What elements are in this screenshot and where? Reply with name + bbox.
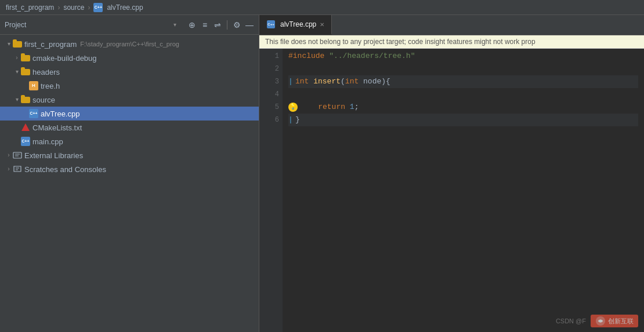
toolbar-separator bbox=[227, 20, 227, 30]
code-fn-insert: insert bbox=[313, 75, 341, 88]
warning-banner: This file does not belong to any project… bbox=[259, 35, 644, 49]
folder-icon-source bbox=[21, 95, 30, 104]
svg-rect-1 bbox=[13, 152, 21, 158]
tree-item-source[interactable]: ▾ source bbox=[0, 93, 259, 107]
tree-label-source: source bbox=[32, 96, 55, 104]
tree-label-root: first_c_program bbox=[24, 40, 77, 49]
tree-item-external-libs[interactable]: › External Libraries bbox=[0, 148, 259, 162]
code-brace-open: { bbox=[386, 75, 390, 88]
tree-label-alvtree-cpp: alvTree.cpp bbox=[41, 110, 79, 118]
file-tree: ▾ first_c_program F:\stady_program\C++\f… bbox=[0, 35, 259, 332]
scratches-icon bbox=[13, 165, 22, 174]
code-int-kw: int bbox=[295, 75, 313, 88]
split-icon[interactable]: ⇌ bbox=[213, 20, 222, 30]
sidebar: Project ▾ ⊕ ≡ ⇌ ⚙ — ▾ first_c_pr bbox=[0, 15, 259, 332]
folder-icon-cmake-build bbox=[21, 53, 30, 63]
line-num-5: 5 bbox=[263, 101, 279, 114]
tree-arrow-root: ▾ bbox=[5, 40, 13, 48]
cmake-file-icon bbox=[21, 123, 30, 132]
code-line-4 bbox=[288, 88, 638, 101]
watermark-logo: 创新互联 bbox=[591, 315, 638, 327]
code-line-5: 💡 return 1; bbox=[288, 101, 638, 114]
breadcrumb-source[interactable]: source bbox=[63, 3, 84, 12]
cpp-file-icon-alvtree: C++ bbox=[29, 109, 38, 118]
tree-item-headers[interactable]: ▾ headers bbox=[0, 65, 259, 79]
tree-arrow-headers: ▾ bbox=[13, 68, 21, 76]
cpp-file-icon-main: C++ bbox=[21, 137, 30, 146]
folder-icon-root bbox=[13, 39, 22, 49]
tab-close-button[interactable]: ✕ bbox=[320, 21, 324, 28]
code-paren-open: ( bbox=[341, 75, 345, 88]
tree-label-main-cpp: main.cpp bbox=[32, 137, 63, 146]
gutter-mark-6: | bbox=[288, 114, 293, 126]
editor-area: C++ alvTree.cpp ✕ This file does not bel… bbox=[259, 15, 644, 332]
line-numbers: 1 2 3 4 5 6 bbox=[259, 49, 283, 332]
tab-alvtree-cpp[interactable]: C++ alvTree.cpp ✕ bbox=[259, 15, 332, 35]
minimize-icon[interactable]: — bbox=[245, 20, 254, 30]
breadcrumb-project[interactable]: first_c_program bbox=[6, 3, 54, 12]
watermark-logo-text: 创新互联 bbox=[608, 317, 634, 326]
breadcrumb-sep-1: › bbox=[57, 3, 60, 12]
line-num-1: 1 bbox=[263, 50, 279, 63]
svg-marker-0 bbox=[21, 123, 30, 131]
breadcrumb-file[interactable]: alvTree.cpp bbox=[107, 3, 143, 12]
external-libs-icon bbox=[13, 151, 22, 160]
tree-arrow-cmake-build: › bbox=[13, 54, 21, 62]
tree-label-headers: headers bbox=[32, 68, 60, 76]
tree-arrow-scratches: › bbox=[5, 165, 13, 173]
tree-label-cmakelists: CMakeLists.txt bbox=[32, 123, 82, 132]
code-line-3: |int insert(int node){ bbox=[288, 75, 638, 88]
gutter-mark-3: | bbox=[288, 75, 293, 88]
code-return-val: 1 bbox=[350, 101, 354, 114]
line-num-2: 2 bbox=[263, 63, 279, 75]
code-spaces-5 bbox=[300, 101, 318, 114]
line-num-4: 4 bbox=[263, 88, 279, 101]
earth-icon[interactable]: ⊕ bbox=[187, 20, 197, 30]
tree-arrow-external-libs: › bbox=[5, 151, 13, 159]
watermark-text: CSDN @F bbox=[556, 318, 586, 324]
tree-label-external-libs: External Libraries bbox=[24, 151, 83, 160]
project-dropdown-arrow[interactable]: ▾ bbox=[173, 21, 176, 28]
folder-icon-headers bbox=[21, 67, 30, 76]
warning-text: This file does not belong to any project… bbox=[265, 38, 536, 46]
code-semi-5: ; bbox=[354, 101, 359, 114]
tree-item-tree-h[interactable]: › H tree.h bbox=[0, 79, 259, 93]
line-num-6: 6 bbox=[263, 114, 279, 126]
tab-cpp-icon: C++ bbox=[266, 20, 276, 29]
bulb-icon[interactable]: 💡 bbox=[288, 103, 298, 112]
tree-arrow-source: ▾ bbox=[13, 96, 21, 104]
tree-label-scratches: Scratches and Consoles bbox=[24, 165, 106, 174]
sidebar-title: Project bbox=[5, 21, 170, 29]
breadcrumb-cpp-icon: C++ bbox=[93, 3, 103, 12]
line-num-3: 3 bbox=[263, 75, 279, 88]
tree-item-cmake-build[interactable]: › cmake-build-debug bbox=[0, 51, 259, 65]
breadcrumb-bar: first_c_program › source › C++ alvTree.c… bbox=[0, 0, 644, 15]
tree-label-root-path: F:\stady_program\C++\first_c_prog bbox=[80, 41, 179, 48]
h-file-icon: H bbox=[29, 81, 38, 90]
list-icon[interactable]: ≡ bbox=[200, 20, 209, 30]
tree-label-tree-h: tree.h bbox=[41, 82, 60, 90]
tree-item-root[interactable]: ▾ first_c_program F:\stady_program\C++\f… bbox=[0, 37, 259, 51]
breadcrumb-sep-2: › bbox=[88, 3, 90, 12]
code-line-2 bbox=[288, 63, 638, 75]
tree-item-cmakelists[interactable]: › CMakeLists.txt bbox=[0, 121, 259, 134]
gear-icon[interactable]: ⚙ bbox=[232, 20, 241, 30]
code-content[interactable]: #include "../headers/tree.h" |int insert… bbox=[283, 49, 644, 332]
code-int-kw2: int bbox=[345, 75, 359, 88]
code-editor[interactable]: 1 2 3 4 5 6 #include "../headers/tree.h" bbox=[259, 49, 644, 332]
tree-item-scratches[interactable]: › Scratches and Consoles bbox=[0, 162, 259, 176]
tree-item-alvtree-cpp[interactable]: › C++ alvTree.cpp bbox=[0, 107, 259, 121]
tree-item-main-cpp[interactable]: › C++ main.cpp bbox=[0, 134, 259, 148]
logo-icon bbox=[595, 316, 606, 326]
code-brace-close: } bbox=[295, 114, 300, 126]
code-include-str: "../headers/tree.h" bbox=[329, 50, 415, 63]
watermark: CSDN @F 创新互联 bbox=[556, 315, 638, 327]
tab-bar: C++ alvTree.cpp ✕ bbox=[259, 15, 644, 35]
code-include-kw: #include bbox=[288, 50, 329, 63]
tab-label-alvtree: alvTree.cpp bbox=[280, 20, 316, 28]
code-line-6: |} bbox=[288, 114, 638, 126]
code-return-kw: return bbox=[318, 101, 350, 114]
tree-label-cmake-build: cmake-build-debug bbox=[32, 54, 97, 63]
code-line-1: #include "../headers/tree.h" bbox=[288, 50, 638, 63]
sidebar-toolbar: Project ▾ ⊕ ≡ ⇌ ⚙ — bbox=[0, 15, 259, 35]
